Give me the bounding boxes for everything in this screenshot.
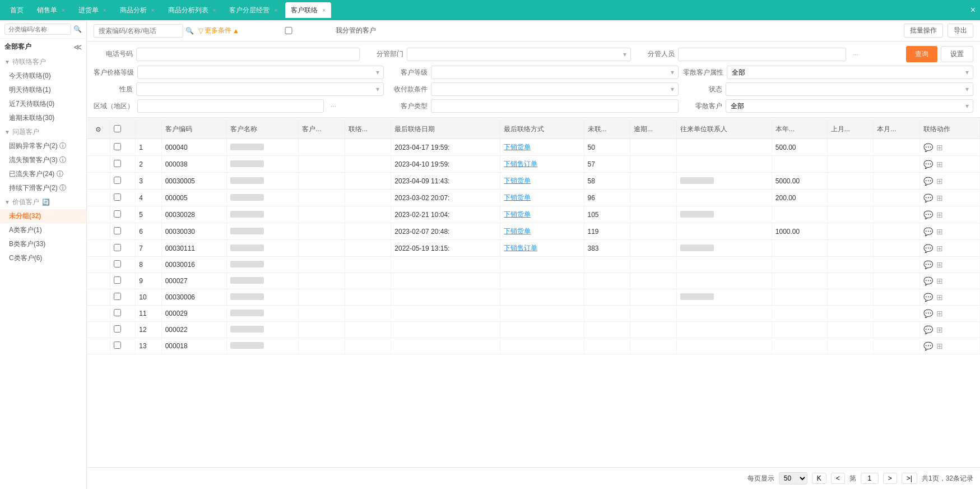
filter-customer-level-select[interactable] [431,66,679,79]
search-input[interactable] [94,24,183,38]
tab-home[interactable]: 首页 [4,2,29,18]
table-header-no-contact[interactable]: 未联... [584,120,630,139]
filter-region-input[interactable] [137,99,324,113]
grid-icon[interactable]: ⊞ [936,325,943,334]
sidebar-item-unclassified[interactable]: 未分组(32) [0,209,86,223]
table-header-last-date[interactable]: 最后联络日期 [391,120,500,139]
table-header-type[interactable]: 客户... [299,120,345,139]
table-header-name[interactable]: 客户名称 [227,120,299,139]
last-page-btn[interactable]: >| [902,473,917,484]
message-icon[interactable]: 💬 [923,276,933,285]
filter-price-level-select[interactable] [137,66,384,79]
close-customer-segment-icon[interactable]: × [274,7,277,13]
filter-person-input[interactable] [678,48,847,61]
next-page-btn[interactable]: > [883,473,897,484]
page-input[interactable] [861,473,879,484]
tab-purchase-order[interactable]: 进货单 × [73,2,112,18]
grid-icon[interactable]: ⊞ [936,227,943,236]
row-checkbox[interactable] [110,273,136,289]
filter-retail-attr-select[interactable] [727,66,973,79]
row-checkbox[interactable] [110,173,136,190]
sidebar-search-input[interactable] [4,24,71,35]
row-checkbox[interactable] [110,257,136,273]
row-checkbox[interactable] [110,223,136,240]
batch-ops-btn[interactable]: 批量操作 [904,24,943,38]
row-checkbox[interactable] [110,139,136,156]
tab-product-analysis-list[interactable]: 商品分析列表 × [162,2,222,18]
table-header-overdue[interactable]: 逾期... [630,120,677,139]
reset-btn[interactable]: 设置 [941,46,973,62]
sidebar-item-abnormal[interactable]: 固购异常客户(2) ⓘ [0,139,86,153]
message-icon[interactable]: 💬 [923,193,933,202]
grid-icon[interactable]: ⊞ [936,309,943,318]
filter-region-more-icon[interactable]: ··· [327,102,340,110]
row-checkbox[interactable] [110,240,136,257]
row-checkbox[interactable] [110,156,136,173]
tab-customer-contact[interactable]: 客户联络 × [285,2,331,18]
message-icon[interactable]: 💬 [923,260,933,269]
grid-icon[interactable]: ⊞ [936,293,943,302]
my-customers-checkbox[interactable]: 我分管的客户 [244,26,376,35]
close-customer-contact-icon[interactable]: × [322,7,326,13]
row-settings[interactable] [87,156,110,173]
grid-icon[interactable]: ⊞ [936,276,943,285]
sidebar-item-class-a[interactable]: A类客户(1) [0,223,86,237]
sidebar-item-tomorrow-pending[interactable]: 明天待联络(1) [0,83,86,97]
sidebar-item-class-c[interactable]: C类客户(6) [0,251,86,265]
tab-customer-segment[interactable]: 客户分层经营 × [224,2,283,18]
filter-retail-customer-select[interactable] [726,99,973,113]
sidebar-group-pending[interactable]: ▼ 待联络客户 [0,55,86,69]
message-icon[interactable]: 💬 [923,309,933,318]
row-checkbox[interactable] [110,338,136,354]
filter-customer-type-input[interactable] [431,99,679,113]
row-settings[interactable] [87,240,110,257]
close-product-analysis-list-icon[interactable]: × [213,7,216,13]
row-settings[interactable] [87,206,110,223]
row-settings[interactable] [87,322,110,338]
grid-icon[interactable]: ⊞ [936,342,943,350]
sidebar-item-declining[interactable]: 持续下滑客户(2) ⓘ [0,181,86,195]
row-checkbox[interactable] [110,306,136,322]
first-page-btn[interactable]: K [812,473,826,484]
row-last-method[interactable]: 下销售订单 [500,240,584,257]
row-settings[interactable] [87,289,110,306]
message-icon[interactable]: 💬 [923,293,933,302]
sidebar-group-problem[interactable]: ▼ 问题客户 [0,125,86,139]
sidebar-item-class-b[interactable]: B类客户(33) [0,237,86,251]
grid-icon[interactable]: ⊞ [936,244,943,253]
row-last-method[interactable]: 下销货单 [500,173,584,190]
sidebar-search-icon[interactable]: 🔍 [73,25,82,33]
export-btn[interactable]: 导出 [948,24,973,38]
query-btn[interactable]: 查询 [906,46,937,62]
row-last-method[interactable]: 下销货单 [500,206,584,223]
sidebar-all-customers[interactable]: 全部客户 ≪ [0,39,86,55]
row-checkbox[interactable] [110,206,136,223]
collapse-sidebar-icon[interactable]: ≪ [73,43,82,52]
grid-icon[interactable]: ⊞ [936,210,943,219]
filter-status-select[interactable] [726,82,973,96]
row-last-method[interactable]: 下销货单 [500,190,584,206]
tab-sales-order[interactable]: 销售单 × [31,2,71,18]
table-header-unit-contact[interactable]: 往来单位联系人 [676,120,772,139]
filter-phone-input[interactable] [136,48,360,61]
table-header-last-month[interactable]: 上月... [827,120,874,139]
row-last-method[interactable]: 下销货单 [500,139,584,156]
message-icon[interactable]: 💬 [923,227,933,236]
tab-product-analysis[interactable]: 商品分析 × [114,2,160,18]
message-icon[interactable]: 💬 [923,342,933,350]
grid-icon[interactable]: ⊞ [936,177,943,186]
table-header-this-year[interactable]: 本年... [772,120,827,139]
row-settings[interactable] [87,223,110,240]
prev-page-btn[interactable]: < [831,473,845,484]
table-header-checkbox[interactable] [110,120,136,139]
per-page-select[interactable]: 50 100 200 [779,472,807,485]
message-icon[interactable]: 💬 [923,160,933,169]
table-header-code[interactable]: 客户编码 [161,120,227,139]
grid-icon[interactable]: ⊞ [936,160,943,169]
sidebar-item-churn-warning[interactable]: 流失预警客户(3) ⓘ [0,153,86,167]
row-checkbox[interactable] [110,190,136,206]
sidebar-item-overdue-pending[interactable]: 逾期未联络(30) [0,111,86,125]
select-all-checkbox[interactable] [114,125,121,132]
row-checkbox[interactable] [110,322,136,338]
message-icon[interactable]: 💬 [923,143,933,152]
